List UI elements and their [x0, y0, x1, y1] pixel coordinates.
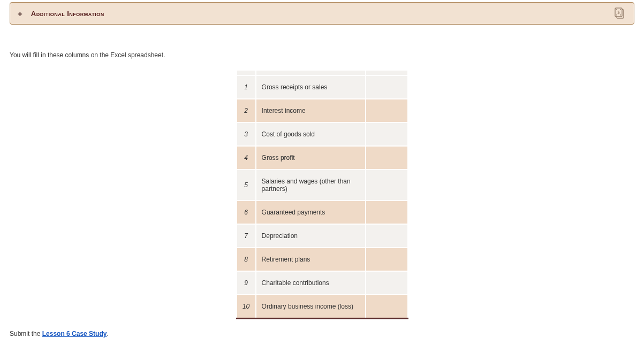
spreadsheet-columns-table-wrap: 1Gross receipts or sales2Interest income…	[10, 70, 634, 319]
row-number: 4	[237, 146, 256, 170]
row-label: Cost of goods sold	[256, 122, 366, 146]
accordion-title: Additional Information	[31, 10, 104, 18]
spreadsheet-columns-table: 1Gross receipts or sales2Interest income…	[236, 70, 408, 319]
submit-suffix: .	[107, 330, 108, 337]
additional-information-accordion[interactable]: + Additional Information $	[10, 2, 634, 25]
table-row: 1Gross receipts or sales	[237, 75, 408, 99]
table-row: 9Charitable contributions	[237, 271, 408, 295]
row-number: 2	[237, 99, 256, 122]
row-value	[366, 170, 407, 201]
row-label: Charitable contributions	[256, 271, 366, 295]
table-row: 10Ordinary business income (loss)	[237, 295, 408, 319]
row-label: Gross receipts or sales	[256, 75, 366, 99]
row-value	[366, 201, 407, 224]
row-label: Interest income	[256, 99, 366, 122]
table-row: 5Salaries and wages (other than partners…	[237, 170, 408, 201]
row-number: 7	[237, 224, 256, 248]
row-value	[366, 75, 407, 99]
expand-icon: +	[18, 10, 22, 18]
row-number: 1	[237, 75, 256, 99]
row-value	[366, 122, 407, 146]
row-value	[366, 271, 407, 295]
svg-text:$: $	[618, 10, 620, 15]
row-value	[366, 295, 407, 319]
row-number: 9	[237, 271, 256, 295]
table-row: 4Gross profit	[237, 146, 408, 170]
row-value	[366, 99, 407, 122]
row-label: Depreciation	[256, 224, 366, 248]
row-label: Ordinary business income (loss)	[256, 295, 366, 319]
table-row: 3Cost of goods sold	[237, 122, 408, 146]
row-number: 8	[237, 248, 256, 271]
row-number: 5	[237, 170, 256, 201]
row-label: Retirement plans	[256, 248, 366, 271]
money-document-icon: $	[613, 7, 626, 19]
row-value	[366, 146, 407, 170]
row-number: 6	[237, 201, 256, 224]
submit-instruction: Submit the Lesson 6 Case Study.	[10, 330, 634, 337]
submit-prefix: Submit the	[10, 330, 42, 337]
table-row: 6Guaranteed payments	[237, 201, 408, 224]
row-value	[366, 224, 407, 248]
table-row: 2Interest income	[237, 99, 408, 122]
case-study-link[interactable]: Lesson 6 Case Study	[42, 330, 107, 337]
row-number: 10	[237, 295, 256, 319]
row-label: Guaranteed payments	[256, 201, 366, 224]
accordion-left: + Additional Information	[18, 10, 104, 18]
row-label: Gross profit	[256, 146, 366, 170]
table-row: 7Depreciation	[237, 224, 408, 248]
row-number: 3	[237, 122, 256, 146]
table-header-row	[237, 70, 408, 75]
row-label: Salaries and wages (other than partners)	[256, 170, 366, 201]
table-row: 8Retirement plans	[237, 248, 408, 271]
row-value	[366, 248, 407, 271]
intro-text: You will fill in these columns on the Ex…	[10, 51, 634, 59]
